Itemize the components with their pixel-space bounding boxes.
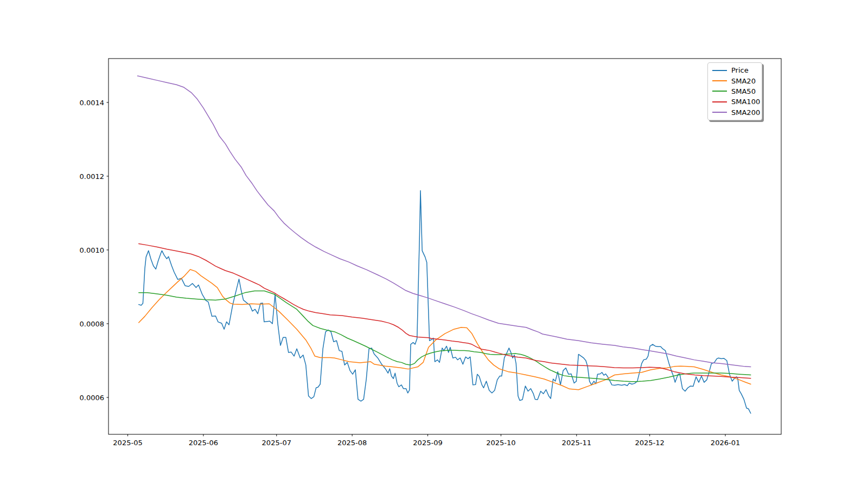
legend-item-label: SMA20: [731, 78, 756, 85]
y-tick-label: 0.0012: [80, 172, 105, 180]
x-tick-label: 2025-09: [413, 439, 442, 447]
x-tick-label: 2025-10: [486, 439, 515, 447]
legend-item-label: Price: [731, 67, 749, 74]
legend-item-sma200: SMA200: [712, 109, 757, 116]
legend-item-label: SMA50: [731, 88, 756, 95]
series-line-sma50: [139, 291, 751, 381]
y-tick-label: 0.0006: [80, 393, 105, 401]
legend-item-sma20: SMA20: [712, 78, 757, 85]
legend: PriceSMA20SMA50SMA100SMA200: [707, 62, 762, 120]
legend-item-label: SMA100: [731, 98, 760, 105]
y-tick-label: 0.0008: [80, 319, 105, 328]
x-tick-label: 2025-05: [113, 439, 142, 447]
legend-line-sample-icon: [712, 70, 727, 71]
x-tick-label: 2025-07: [262, 439, 291, 447]
legend-line-sample-icon: [712, 91, 727, 92]
x-tick-label: 2025-11: [562, 439, 591, 447]
figure: 0.00060.00080.00100.00120.0014 2025-0520…: [0, 0, 868, 488]
legend-item-sma50: SMA50: [712, 88, 757, 95]
legend-line-sample-icon: [712, 112, 727, 113]
series-line-sma100: [139, 243, 751, 378]
series-line-sma20: [139, 269, 751, 390]
x-tick-label: 2025-08: [337, 439, 367, 447]
legend-line-sample-icon: [712, 80, 727, 81]
x-tick-label: 2026-01: [711, 439, 740, 447]
legend-item-price: Price: [712, 67, 757, 74]
x-tick-label: 2025-12: [635, 439, 664, 447]
series-line-price: [139, 190, 751, 413]
y-tick-label: 0.0010: [80, 246, 105, 254]
legend-item-label: SMA200: [731, 109, 760, 116]
x-tick-label: 2025-06: [189, 439, 218, 447]
y-tick-label: 0.0014: [80, 98, 105, 106]
legend-line-sample-icon: [712, 101, 727, 102]
legend-item-sma100: SMA100: [712, 98, 757, 105]
